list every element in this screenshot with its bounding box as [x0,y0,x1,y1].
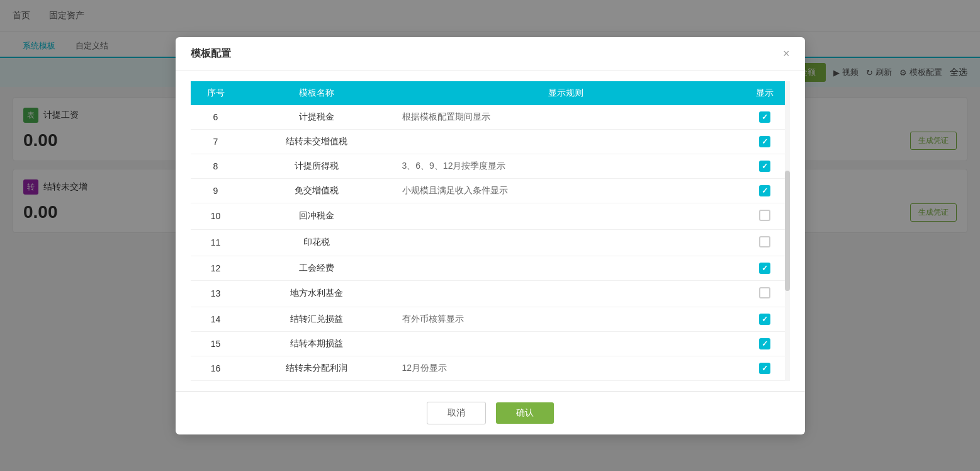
row-checkbox-cell [740,203,790,229]
row-no: 16 [191,356,241,380]
row-name: 结转未分配利润 [241,356,392,380]
row-checkbox[interactable] [759,236,770,247]
row-checkbox[interactable] [759,161,770,172]
row-name: 印花税 [241,229,392,256]
row-rule [392,256,740,280]
row-name: 免交增值税 [241,178,392,203]
row-checkbox-cell [740,105,790,130]
row-name: 回冲税金 [241,203,392,229]
row-checkbox[interactable] [759,338,770,349]
table-row: 11印花税 [191,229,790,256]
row-no: 12 [191,256,241,280]
row-name: 计提税金 [241,105,392,130]
scrollbar-track [785,81,790,381]
row-checkbox-cell [740,129,790,154]
row-name: 计提所得税 [241,154,392,178]
table-row: 16结转未分配利润12月份显示 [191,356,790,380]
template-config-modal: 模板配置 × 序号 模板名称 显示规则 显示 6计提税金根据模板配置期间显 [176,37,805,434]
row-checkbox-cell [740,178,790,203]
row-checkbox-cell [740,307,790,331]
table-row: 13地方水利基金 [191,280,790,307]
row-checkbox-cell [740,154,790,178]
row-name: 结转汇兑损益 [241,307,392,331]
row-no: 14 [191,307,241,331]
table-row: 10回冲税金 [191,203,790,229]
row-checkbox[interactable] [759,314,770,325]
row-rule [392,331,740,356]
row-no: 15 [191,331,241,356]
row-checkbox[interactable] [759,287,770,298]
row-rule [392,203,740,229]
row-checkbox-cell [740,356,790,380]
row-checkbox[interactable] [759,263,770,274]
table-row: 7结转未交增值税 [191,129,790,154]
row-name: 结转本期损益 [241,331,392,356]
modal-close-button[interactable]: × [783,48,790,59]
table-row: 12工会经费 [191,256,790,280]
row-no: 11 [191,229,241,256]
row-rule [392,280,740,307]
row-no: 6 [191,105,241,130]
row-no: 9 [191,178,241,203]
col-header-name: 模板名称 [241,81,392,105]
row-rule [392,129,740,154]
col-header-rule: 显示规则 [392,81,740,105]
row-rule: 有外币核算显示 [392,307,740,331]
row-rule: 3、6、9、12月按季度显示 [392,154,740,178]
table-row: 6计提税金根据模板配置期间显示 [191,105,790,130]
row-rule: 12月份显示 [392,356,740,380]
modal-title: 模板配置 [191,47,231,60]
row-no: 8 [191,154,241,178]
scrollbar-thumb[interactable] [785,171,790,290]
row-name: 工会经费 [241,256,392,280]
row-checkbox[interactable] [759,363,770,374]
col-header-no: 序号 [191,81,241,105]
row-name: 地方水利基金 [241,280,392,307]
row-checkbox[interactable] [759,111,770,123]
row-rule [392,229,740,256]
row-checkbox[interactable] [759,210,770,221]
row-checkbox-cell [740,280,790,307]
config-table: 序号 模板名称 显示规则 显示 6计提税金根据模板配置期间显示7结转未交增值税8… [191,81,790,381]
table-row: 8计提所得税3、6、9、12月按季度显示 [191,154,790,178]
table-row: 9免交增值税小规模且满足收入条件显示 [191,178,790,203]
row-rule: 根据模板配置期间显示 [392,105,740,130]
row-checkbox[interactable] [759,185,770,196]
row-no: 13 [191,280,241,307]
row-name: 结转未交增值税 [241,129,392,154]
row-no: 7 [191,129,241,154]
col-header-display: 显示 [740,81,790,105]
row-checkbox-cell [740,256,790,280]
row-no: 10 [191,203,241,229]
row-checkbox-cell [740,229,790,256]
row-checkbox-cell [740,331,790,356]
row-rule: 小规模且满足收入条件显示 [392,178,740,203]
table-row: 15结转本期损益 [191,331,790,356]
modal-overlay: 模板配置 × 序号 模板名称 显示规则 显示 6计提税金根据模板配置期间显 [0,0,980,471]
cancel-button[interactable]: 取消 [427,402,486,424]
confirm-button[interactable]: 确认 [496,402,554,424]
row-checkbox[interactable] [759,136,770,147]
table-row: 14结转汇兑损益有外币核算显示 [191,307,790,331]
